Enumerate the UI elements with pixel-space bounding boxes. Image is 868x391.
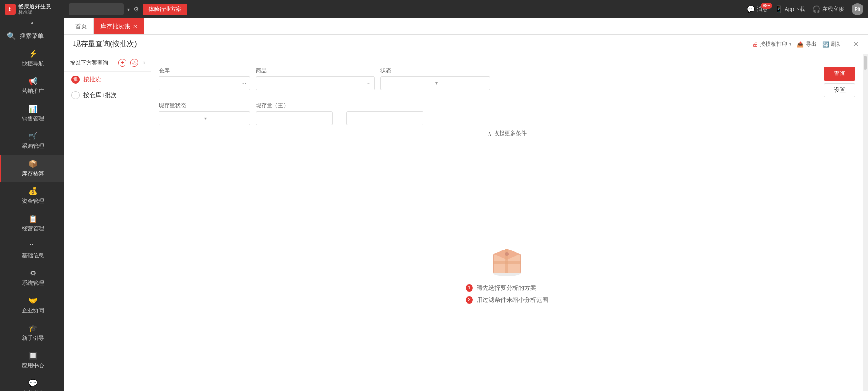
product-input[interactable] [260, 80, 366, 87]
sidebar-item-inventory[interactable]: 📦 库存核算 [0, 155, 64, 182]
apps-icon: 🔲 [28, 351, 38, 360]
sidebar-item-newbie[interactable]: 🎓 新手引导 [0, 319, 64, 347]
quick-nav-icon: ⚡ [28, 49, 38, 58]
warehouse-dots[interactable]: ··· [242, 80, 246, 87]
export-button[interactable]: 📤 导出 [797, 40, 817, 48]
search-icon: 🔍 [7, 32, 16, 40]
left-panel-icons: + ◎ « [118, 59, 145, 67]
add-plan-button[interactable]: + [118, 59, 126, 67]
step-text-1: 请先选择要分析的方案 [477, 284, 536, 292]
content-area: 首页 库存批次账 ✕ 现存量查询(按批次) 🖨 按模板打印 ▾ 📤 导出 [64, 18, 868, 391]
tab-home[interactable]: 首页 [69, 18, 94, 34]
user-avatar[interactable]: Rit [852, 3, 863, 15]
filter-row-1: 仓库 ··· 商品 ··· [159, 60, 855, 97]
app-download-button[interactable]: 📱 App下载 [775, 5, 805, 13]
stock-status-label: 现存量状态 [159, 102, 250, 109]
step-text-2: 用过滤条件来缩小分析范围 [477, 296, 548, 304]
header-right: 💬 消息 99+ 📱 App下载 🎧 在线客服 Rit [747, 3, 863, 15]
sidebar-item-purchase[interactable]: 🛒 采购管理 [0, 127, 64, 155]
filter-row-2: 现存量状态 ▾ 现存量（主） [159, 102, 855, 125]
left-panel-collapse-button[interactable]: « [142, 60, 145, 66]
purchase-icon: 🛒 [28, 132, 38, 141]
newbie-icon: 🎓 [28, 324, 38, 332]
right-panel: 仓库 ··· 商品 ··· [151, 54, 863, 391]
stock-qty-min-input[interactable] [260, 115, 329, 121]
empty-state: 1 请先选择要分析的方案 2 用过滤条件来缩小分析范围 [151, 143, 863, 391]
sidebar: ▲ 🔍 搜索菜单 ⚡ 快捷导航 📢 营销推广 📊 销售管理 🛒 采购管理 📦 库… [0, 18, 64, 391]
filter-buttons: 查询 设置 [824, 67, 855, 97]
settings-button[interactable]: 设置 [824, 83, 855, 97]
sidebar-item-search[interactable]: 🔍 搜索菜单 [0, 27, 64, 45]
logo-icon: b [5, 4, 16, 15]
sidebar-item-apps[interactable]: 🔲 应用中心 [0, 347, 64, 374]
filter-area: 仓库 ··· 商品 ··· [151, 54, 863, 143]
print-icon: 🖨 [753, 41, 758, 48]
print-button[interactable]: 🖨 按模板打印 ▾ [753, 40, 791, 48]
enterprise-icon: 🤝 [28, 296, 38, 305]
warehouse-label: 仓库 [159, 67, 250, 75]
tab-inventory-batch[interactable]: 库存批次账 ✕ [94, 18, 144, 34]
sidebar-item-enterprise[interactable]: 🤝 企业协同 [0, 292, 64, 319]
query-button[interactable]: 查询 [824, 67, 855, 81]
product-input-wrap[interactable]: ··· [256, 76, 375, 90]
sidebar-item-marketing[interactable]: 📢 营销推广 [0, 72, 64, 100]
plan-item-by-batch[interactable]: 批 按批次 [64, 72, 151, 87]
sidebar-item-wechat[interactable]: 💬 企业微信 [0, 374, 64, 391]
target-plan-button[interactable]: ◎ [130, 59, 138, 67]
sidebar-item-finance[interactable]: 💰 资金管理 [0, 182, 64, 210]
status-label: 状态 [380, 67, 490, 75]
status-select[interactable]: ▾ [380, 76, 490, 90]
warehouse-input-wrap[interactable]: ··· [159, 76, 250, 90]
page-actions: 🖨 按模板打印 ▾ 📤 导出 🔄 刷新 ✕ [753, 40, 859, 49]
status-dropdown-arrow: ▾ [435, 81, 486, 86]
stock-qty-dash: — [336, 114, 343, 122]
plan-icon-by-batch: 批 [71, 76, 80, 84]
stock-qty-max-input[interactable] [351, 115, 419, 121]
product-dots[interactable]: ··· [366, 80, 371, 87]
sales-icon: 📊 [28, 104, 38, 113]
export-icon: 📤 [797, 41, 804, 48]
inventory-icon: 📦 [28, 159, 38, 168]
header-settings-icon[interactable]: ⚙ [133, 5, 139, 13]
sidebar-item-sales[interactable]: 📊 销售管理 [0, 100, 64, 127]
app-title: 畅康通好生意 [18, 3, 51, 10]
collapse-more-label: 收起更多条件 [494, 130, 527, 137]
trial-button[interactable]: 体验行业方案 [143, 4, 187, 15]
right-scrollbar[interactable] [863, 54, 868, 391]
sidebar-item-operations[interactable]: 📋 经营管理 [0, 210, 64, 237]
sidebar-item-quick-nav[interactable]: ⚡ 快捷导航 [0, 45, 64, 72]
page-close-button[interactable]: ✕ [853, 40, 859, 49]
refresh-button[interactable]: 🔄 刷新 [822, 40, 842, 48]
collapse-more-button[interactable]: ∧ 收起更多条件 [159, 130, 855, 137]
status-filter: 状态 ▾ [380, 67, 490, 90]
main-layout: ▲ 🔍 搜索菜单 ⚡ 快捷导航 📢 营销推广 📊 销售管理 🛒 采购管理 📦 库… [0, 18, 868, 391]
header-dropdown-arrow[interactable]: ▾ [127, 7, 130, 12]
stock-status-select[interactable]: ▾ [159, 111, 250, 125]
page-header: 现存量查询(按批次) 🖨 按模板打印 ▾ 📤 导出 🔄 刷新 ✕ [64, 35, 868, 54]
step-num-1: 1 [466, 284, 473, 292]
tab-bar: 首页 库存批次账 ✕ [64, 18, 868, 35]
warehouse-filter: 仓库 ··· [159, 67, 250, 90]
stock-status-arrow: ▾ [204, 116, 246, 121]
marketing-icon: 📢 [28, 77, 38, 86]
sidebar-item-system[interactable]: ⚙ 系统管理 [0, 264, 64, 292]
print-dropdown-arrow[interactable]: ▾ [789, 42, 791, 47]
system-icon: ⚙ [30, 269, 36, 277]
empty-step-2: 2 用过滤条件来缩小分析范围 [466, 296, 548, 304]
left-panel-title: 按以下方案查询 [70, 59, 108, 67]
sidebar-item-basic[interactable]: 🗃 基础信息 [0, 237, 64, 264]
header-search-box[interactable] [69, 3, 124, 15]
sidebar-scroll-up[interactable]: ▲ [0, 18, 64, 27]
tab-close-icon[interactable]: ✕ [133, 23, 137, 30]
stock-qty-min-input-wrap[interactable] [256, 111, 333, 125]
plan-item-by-warehouse-batch[interactable]: 按仓库+批次 [64, 87, 151, 103]
plan-icon-warehouse-batch [71, 91, 80, 99]
message-button[interactable]: 💬 消息 99+ [747, 5, 768, 13]
warehouse-input[interactable] [163, 80, 242, 87]
stock-quantity-label: 现存量（主） [256, 102, 423, 109]
version-tag: 标准版 [18, 10, 51, 15]
finance-icon: 💰 [28, 187, 38, 196]
stock-qty-max-input-wrap[interactable] [346, 111, 423, 125]
operations-icon: 📋 [28, 214, 38, 223]
online-service-button[interactable]: 🎧 在线客服 [813, 5, 844, 13]
